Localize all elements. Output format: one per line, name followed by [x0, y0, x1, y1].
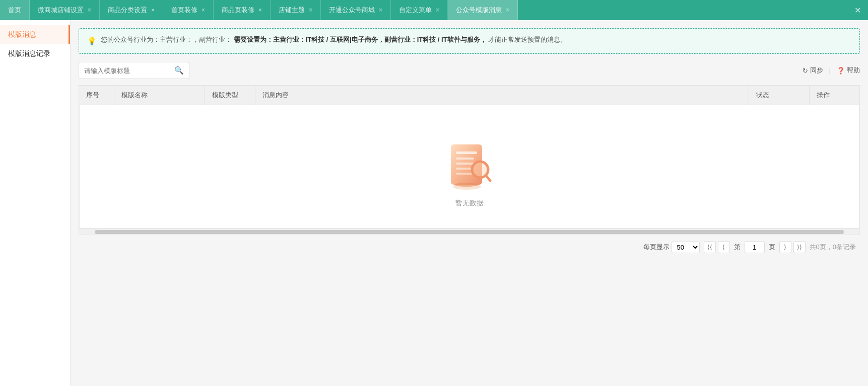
notice-text: 您的公众号行业为：主营行业：，副营行业： 需要设置为：主营行业：IT科技 / 互… [101, 35, 567, 45]
pagination-bar: 每页显示 102050100 ⟨⟨ ⟨ 第 页 ⟩ ⟩⟩ 共0页，0条记录 [79, 235, 860, 253]
page-size-dropdown[interactable]: 102050100 [672, 242, 700, 253]
search-input-wrap: 🔍 [79, 62, 189, 79]
notice-icon: 💡 [87, 35, 97, 47]
tab-label: 开通公众号商城 [329, 6, 375, 15]
page-label: 第 [734, 243, 741, 252]
svg-point-7 [454, 183, 479, 187]
page-input[interactable] [745, 241, 765, 253]
svg-rect-3 [456, 158, 474, 160]
tab-item-open-mall[interactable]: 开通公众号商城× [321, 0, 391, 20]
empty-illustration [442, 135, 497, 191]
tab-item-template-msg[interactable]: 公众号模版消息× [448, 0, 518, 20]
notice-prefix: 您的公众号行业为：主营行业：，副营行业： [101, 36, 232, 43]
search-input[interactable] [84, 67, 174, 74]
table-col-content: 消息内容 [255, 86, 749, 105]
empty-text: 暂无数据 [80, 199, 859, 208]
svg-rect-2 [456, 151, 477, 154]
help-icon: ❓ [837, 67, 845, 74]
tab-label: 商品分类设置 [108, 6, 147, 15]
main-layout: 模版消息模版消息记录 💡 您的公众号行业为：主营行业：，副营行业： 需要设置为：… [0, 20, 868, 386]
tab-close-icon[interactable]: × [379, 7, 382, 13]
page-nav: ⟨⟨ ⟨ 第 页 ⟩ ⟩⟩ [704, 241, 806, 253]
tab-item-shop-setting[interactable]: 微商城店铺设置× [30, 0, 100, 20]
help-button[interactable]: ❓ 帮助 [837, 66, 860, 75]
tab-item-custom-menu[interactable]: 自定义菜单× [391, 0, 448, 20]
tab-item-category-setting[interactable]: 商品分类设置× [100, 0, 163, 20]
tab-item-store-theme[interactable]: 店铺主题× [271, 0, 321, 20]
tab-close-icon[interactable]: × [151, 7, 155, 13]
notice-banner: 💡 您的公众号行业为：主营行业：，副营行业： 需要设置为：主营行业：IT科技 /… [79, 28, 860, 54]
sidebar-item-template-msg[interactable]: 模版消息 [0, 25, 70, 44]
notice-highlight: 需要设置为：主营行业：IT科技 / 互联网|电子商务，副营行业：IT科技 / I… [234, 36, 487, 43]
sync-button[interactable]: ↻ 同步 [803, 66, 823, 75]
tab-close-icon[interactable]: × [88, 7, 91, 13]
table-col-name: 模版名称 [114, 86, 205, 105]
tab-close-icon[interactable]: × [202, 7, 205, 13]
scrollbar-thumb[interactable] [95, 230, 844, 234]
tab-close-icon[interactable]: × [436, 7, 439, 13]
content-area: 💡 您的公众号行业为：主营行业：，副营行业： 需要设置为：主营行业：IT科技 /… [71, 20, 868, 386]
svg-rect-5 [456, 168, 472, 170]
tab-item-home[interactable]: 首页 [0, 0, 30, 20]
toolbar-right: ↻ 同步 | ❓ 帮助 [803, 66, 860, 75]
tab-label: 商品页装修 [222, 6, 254, 15]
table-col-index: 序号 [79, 86, 114, 105]
tab-label: 首页 [8, 6, 21, 15]
total-text: 共0页，0条记录 [810, 243, 856, 252]
page-size-label: 每页显示 [643, 243, 670, 252]
last-page-button[interactable]: ⟩⟩ [793, 241, 806, 253]
search-bar: 🔍 ↻ 同步 | ❓ 帮助 [79, 62, 860, 79]
prev-page-button[interactable]: ⟨ [718, 241, 730, 253]
empty-state: 暂无数据 [79, 105, 859, 228]
tab-label: 店铺主题 [279, 6, 305, 15]
table-col-status: 状态 [749, 86, 810, 105]
tab-label: 微商城店铺设置 [38, 6, 84, 15]
svg-line-9 [486, 175, 490, 181]
scrollbar-area[interactable] [79, 229, 860, 235]
help-label: 帮助 [847, 66, 860, 75]
table-col-action: 操作 [810, 86, 860, 105]
first-page-button[interactable]: ⟨⟨ [704, 241, 716, 253]
tab-item-product-decor[interactable]: 商品页装修× [214, 0, 271, 20]
next-page-button[interactable]: ⟩ [779, 241, 791, 253]
tab-label: 自定义菜单 [399, 6, 432, 15]
data-table: 序号模版名称模版类型消息内容状态操作 [79, 85, 860, 229]
tab-bar-close-button[interactable]: ✕ [847, 0, 868, 20]
sidebar-item-template-msg-record[interactable]: 模版消息记录 [0, 44, 70, 63]
tab-close-icon[interactable]: × [506, 7, 509, 13]
sync-icon: ↻ [803, 67, 808, 74]
page-suffix: 页 [769, 243, 775, 252]
table-col-type: 模版类型 [205, 86, 255, 105]
tab-bar: 首页微商城店铺设置×商品分类设置×首页装修×商品页装修×店铺主题×开通公众号商城… [0, 0, 868, 20]
tab-label: 首页装修 [171, 6, 197, 15]
sync-label: 同步 [810, 66, 823, 75]
notice-suffix: 才能正常发送预置的消息。 [488, 36, 567, 43]
tab-item-home-decor[interactable]: 首页装修× [163, 0, 214, 20]
tab-close-icon[interactable]: × [309, 7, 312, 13]
tab-close-icon[interactable]: × [258, 7, 262, 13]
search-icon[interactable]: 🔍 [174, 66, 184, 75]
sidebar: 模版消息模版消息记录 [0, 20, 71, 386]
tab-label: 公众号模版消息 [456, 6, 502, 15]
toolbar-divider: | [829, 67, 831, 74]
page-size-select: 每页显示 102050100 [643, 242, 700, 253]
